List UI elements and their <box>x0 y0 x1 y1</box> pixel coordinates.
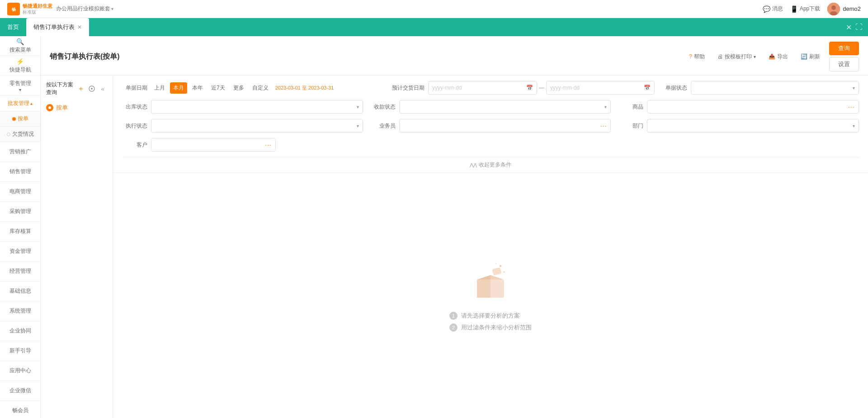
edit-scheme-button[interactable] <box>87 84 96 93</box>
dept-select[interactable]: ▾ <box>647 119 859 133</box>
sidebar-item-sales-mgmt[interactable]: 销售管理 <box>0 162 40 182</box>
sidebar-item-enterprise[interactable]: 企业协同 <box>0 321 40 341</box>
logo-area: 畅 畅捷通好生意 标准版 <box>7 3 52 15</box>
date-this-year-btn[interactable]: 本年 <box>189 82 206 94</box>
tab-home-label: 首页 <box>7 23 19 31</box>
print-button[interactable]: 🖨 按模板打印 ▾ <box>714 51 760 62</box>
chevron-down-icon: ▾ <box>111 6 113 11</box>
tab-sales-exec-label: 销售订单执行表 <box>33 23 75 31</box>
filter-expected-date-field: 预计交货日期 yyyy-mm-dd 📅 — yyyy-mm-dd 📅 <box>392 81 655 95</box>
payment-arrow: ▾ <box>604 104 607 109</box>
tab-close-icon[interactable]: ✕ <box>77 24 82 30</box>
dept-arrow: ▾ <box>853 124 855 128</box>
sidebar-subitem-debt[interactable]: 欠货情况 <box>0 127 40 142</box>
customer-dots-icon: ··· <box>265 141 272 148</box>
settings-button[interactable]: 设置 <box>829 57 859 71</box>
message-button[interactable]: 💬 消息 <box>763 5 783 13</box>
product-select[interactable]: ··· <box>647 100 859 114</box>
dept-label: 部门 <box>618 122 643 130</box>
export-icon: 📤 <box>769 53 775 60</box>
tip-num-2: 2 <box>449 323 458 332</box>
sidebar-item-ecommerce[interactable]: 电商管理 <box>0 182 40 202</box>
sidebar-item-purchase[interactable]: 采购管理 <box>0 202 40 222</box>
sidebar-item-wechat[interactable]: 企业微信 <box>0 381 40 401</box>
date-custom-btn[interactable]: 自定义 <box>249 82 272 94</box>
tab-sales-exec[interactable]: 销售订单执行表 ✕ <box>26 18 89 36</box>
order-dot-icon <box>12 117 16 121</box>
scheme-panel-header: 按以下方案查询 ＋ « <box>41 81 113 100</box>
tab-home[interactable]: 首页 <box>0 18 26 36</box>
salesperson-dots-icon: ··· <box>600 122 607 129</box>
filter-row-1: 单据日期 上月 本月 本年 近7天 更多 自定义 2023-03-01 至 20… <box>122 81 859 95</box>
empty-texts: 1 请先选择要分析的方案 2 用过滤条件来缩小分析范围 <box>449 312 532 332</box>
exec-status-select[interactable]: ▾ <box>151 119 363 133</box>
query-button[interactable]: 查询 <box>829 42 859 55</box>
close-tab-btn[interactable]: ✕ <box>846 23 852 32</box>
collapse-bar[interactable]: ⋀⋀ 收起更多条件 <box>122 157 859 172</box>
refresh-icon: 🔄 <box>801 53 807 60</box>
sidebar-item-appcenter[interactable]: 应用中心 <box>0 361 40 381</box>
scheme-item-by-order[interactable]: 按单 <box>41 100 113 115</box>
filter-row-4: 客户 ··· <box>122 138 859 152</box>
customer-select[interactable]: ··· <box>151 138 276 152</box>
exec-arrow: ▾ <box>357 124 359 128</box>
expected-date-range: yyyy-mm-dd 📅 — yyyy-mm-dd 📅 <box>428 81 655 95</box>
expand-tab-btn[interactable]: ⛶ <box>855 23 863 31</box>
help-button[interactable]: ? 帮助 <box>685 51 708 62</box>
sidebar: 🔍 搜索菜单 ⚡ 快捷导航 零售管理 ▾ 批发管理 ▴ 按单 欠货情况 营销推广… <box>0 36 41 418</box>
sidebar-item-retail[interactable]: 零售管理 ▾ <box>0 76 40 96</box>
svg-marker-8 <box>477 275 491 280</box>
sidebar-item-search[interactable]: 🔍 搜索菜单 <box>0 36 40 56</box>
chevron-icon-wholesale: ▴ <box>30 101 33 106</box>
product-label: 商品 <box>618 103 643 111</box>
date-prev-month-btn[interactable]: 上月 <box>151 82 168 94</box>
date-this-month-btn[interactable]: 本月 <box>170 82 187 94</box>
date-more-btn[interactable]: 更多 <box>230 82 247 94</box>
expected-date-from[interactable]: yyyy-mm-dd 📅 <box>428 81 537 95</box>
debt-circle-icon <box>7 133 10 136</box>
payment-status-select[interactable]: ▾ <box>399 100 611 114</box>
sidebar-item-inventory[interactable]: 库存核算 <box>0 222 40 242</box>
expected-date-to[interactable]: yyyy-mm-dd 📅 <box>546 81 655 95</box>
order-status-select[interactable]: ▾ <box>691 81 859 95</box>
sidebar-item-newguide[interactable]: 新手引导 <box>0 341 40 361</box>
empty-illustration <box>468 259 513 304</box>
sidebar-item-system[interactable]: 系统管理 <box>0 301 40 321</box>
user-profile[interactable]: demo2 <box>827 3 861 15</box>
filter-date-field: 单据日期 上月 本月 本年 近7天 更多 自定义 2023-03-01 至 20… <box>122 82 385 94</box>
sidebar-subitem-order[interactable]: 按单 <box>0 111 40 127</box>
sidebar-item-finance[interactable]: 资金管理 <box>0 242 40 261</box>
svg-point-6 <box>91 88 93 90</box>
avatar <box>827 3 840 15</box>
svg-point-14 <box>495 263 496 264</box>
content-body: 按以下方案查询 ＋ « <box>41 76 868 418</box>
payment-status-label: 收款状态 <box>370 103 396 111</box>
sidebar-item-member[interactable]: 畅会员 <box>0 401 40 418</box>
app-download-button[interactable]: 📱 App下载 <box>790 5 820 13</box>
sidebar-item-operations[interactable]: 经营管理 <box>0 261 40 281</box>
empty-tip-2: 2 用过滤条件来缩小分析范围 <box>449 323 532 332</box>
salesperson-select[interactable]: ··· <box>399 119 611 133</box>
sidebar-item-quick-nav[interactable]: ⚡ 快捷导航 <box>0 56 40 76</box>
delivery-status-label: 出库状态 <box>122 103 147 111</box>
svg-rect-11 <box>492 267 501 276</box>
sidebar-item-basic[interactable]: 基础信息 <box>0 281 40 301</box>
tab-bar-actions: ✕ ⛶ <box>846 23 868 32</box>
refresh-button[interactable]: 🔄 刷新 <box>797 51 824 62</box>
app-subtitle-dropdown[interactable]: 办公用品行业模拟账套 ▾ <box>56 5 113 13</box>
sidebar-item-wholesale[interactable]: 批发管理 ▴ <box>0 96 40 111</box>
top-header: 畅 畅捷通好生意 标准版 办公用品行业模拟账套 ▾ 💬 消息 📱 App下载 <box>0 0 868 18</box>
product-dots-icon: ··· <box>848 103 855 110</box>
logo-text: 畅捷通好生意 标准版 <box>23 3 52 15</box>
filter-order-status-field: 单据状态 ▾ <box>662 81 859 95</box>
date-last7-btn[interactable]: 近7天 <box>208 82 228 94</box>
expected-date-label: 预计交货日期 <box>392 84 425 92</box>
collapse-scheme-button[interactable]: « <box>98 84 107 93</box>
data-area: 1 请先选择要分析的方案 2 用过滤条件来缩小分析范围 <box>113 173 868 418</box>
add-scheme-button[interactable]: ＋ <box>76 84 85 93</box>
delivery-status-select[interactable]: ▾ <box>151 100 363 114</box>
export-button[interactable]: 📤 导出 <box>765 51 792 62</box>
tab-bar: 首页 销售订单执行表 ✕ ✕ ⛶ <box>0 18 868 36</box>
empty-tip-1: 1 请先选择要分析的方案 <box>449 312 532 320</box>
sidebar-item-marketing[interactable]: 营销推广 <box>0 142 40 162</box>
